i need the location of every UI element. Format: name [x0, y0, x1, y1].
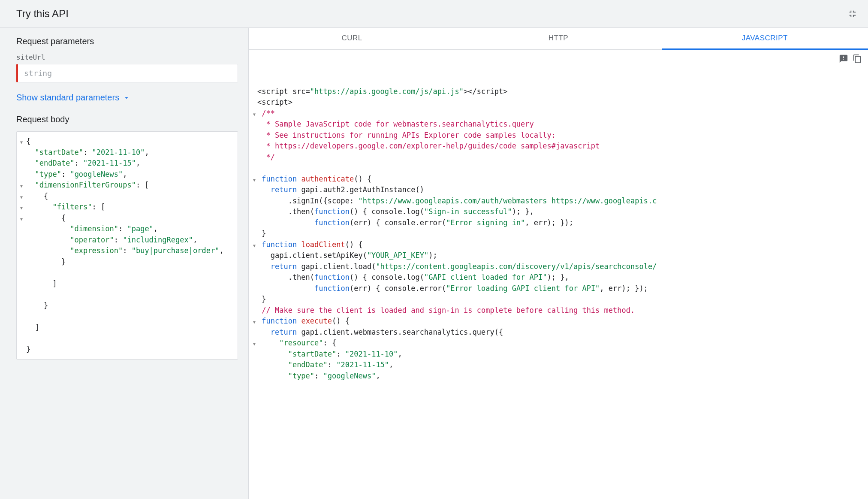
siteurl-input[interactable] — [16, 64, 238, 82]
tab-http[interactable]: HTTP — [455, 28, 661, 49]
tab-curl[interactable]: cURL — [249, 28, 455, 49]
request-parameters-panel: Request parameters siteUrl Show standard… — [0, 28, 249, 499]
chevron-down-icon — [123, 94, 130, 102]
page-title: Try this API — [16, 8, 69, 20]
header: Try this API — [0, 0, 868, 28]
show-standard-label: Show standard parameters — [16, 93, 119, 103]
show-standard-parameters-link[interactable]: Show standard parameters — [16, 93, 238, 103]
siteurl-label: siteUrl — [16, 53, 238, 61]
collapse-icon[interactable] — [847, 9, 858, 19]
code-area[interactable]: <script src="https://apis.google.com/js/… — [249, 50, 868, 499]
tab-javascript[interactable]: JAVASCRIPT — [662, 28, 868, 50]
request-body-editor[interactable]: ▼{ "startDate": "2021-11-10", "endDate":… — [16, 131, 238, 360]
feedback-icon[interactable] — [839, 54, 848, 64]
code-tabs: cURL HTTP JAVASCRIPT — [249, 28, 868, 50]
body-heading: Request body — [16, 115, 238, 124]
code-panel: cURL HTTP JAVASCRIPT <script src="https:… — [249, 28, 868, 499]
params-heading: Request parameters — [16, 36, 238, 46]
copy-icon[interactable] — [853, 54, 862, 64]
